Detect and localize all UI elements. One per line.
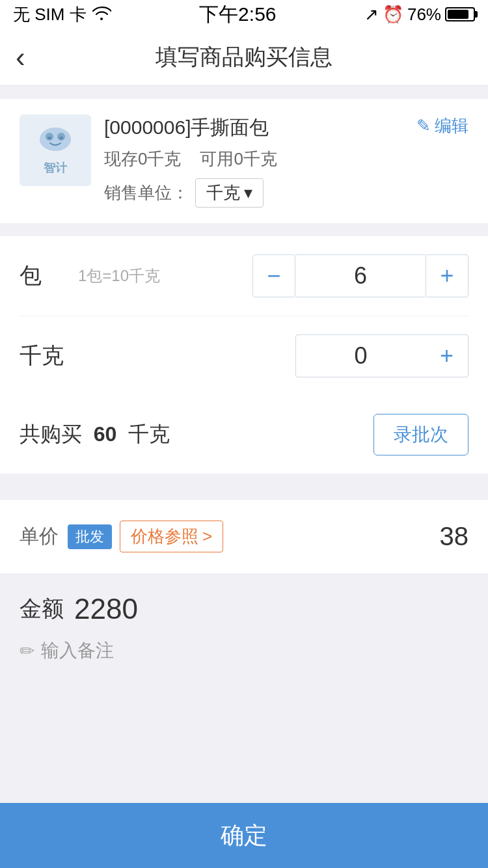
product-stock: 现存0千克 可用0千克: [104, 148, 468, 170]
svg-point-0: [40, 128, 71, 151]
amount-row: 金额 2280: [20, 593, 468, 625]
amount-section: 金额 2280 ✏ 输入备注: [0, 573, 488, 676]
note-row[interactable]: ✏ 输入备注: [20, 638, 468, 676]
battery-icon: [445, 7, 475, 21]
chevron-right-icon: >: [202, 526, 212, 547]
kg-input-row: 千克 +: [20, 316, 468, 396]
total-qty: 60: [94, 422, 117, 446]
back-button[interactable]: ‹: [16, 43, 25, 72]
product-name: [0000006]手撕面包: [104, 115, 468, 141]
unit-select[interactable]: 千克 ▾: [195, 178, 264, 208]
status-bar: 无 SIM 卡 下午2:56 ↗ ⏰ 76%: [0, 0, 488, 29]
price-label: 单价: [20, 523, 59, 550]
status-carrier: 无 SIM 卡: [13, 3, 111, 26]
product-info: [0000006]手撕面包 现存0千克 可用0千克 销售单位： 千克 ▾: [104, 115, 468, 208]
location-icon: ↗: [364, 5, 379, 25]
product-unit-row: 销售单位： 千克 ▾: [104, 178, 468, 208]
package-input-row: 包 1包=10千克 − +: [20, 236, 468, 316]
product-card: 智计 [0000006]手撕面包 现存0千克 可用0千克 销售单位： 千克 ▾ …: [0, 99, 488, 223]
package-increment-button[interactable]: +: [426, 254, 468, 297]
price-section: 单价 批发 价格参照 > 38: [0, 500, 488, 573]
svg-point-4: [59, 137, 63, 139]
battery-percent: 76%: [407, 5, 441, 25]
svg-point-3: [47, 137, 51, 139]
status-right: ↗ ⏰ 76%: [364, 5, 475, 25]
package-label: 包: [20, 261, 72, 291]
kg-qty-input[interactable]: [295, 334, 426, 377]
section-divider-2: [0, 474, 488, 487]
kg-label: 千克: [20, 341, 72, 371]
status-time: 下午2:56: [199, 1, 276, 28]
package-decrement-button[interactable]: −: [252, 254, 295, 297]
input-section: 包 1包=10千克 − + 千克 +: [0, 236, 488, 396]
product-thumbnail: 智计: [20, 115, 91, 186]
price-type-tag: 批发: [68, 524, 112, 549]
package-qty-input[interactable]: [295, 254, 426, 297]
section-divider-1: [0, 223, 488, 236]
nav-bar: ‹ 填写商品购买信息: [0, 29, 488, 86]
amount-value: 2280: [74, 593, 138, 625]
unit-label: 销售单位：: [104, 182, 189, 204]
confirm-button[interactable]: 确定: [221, 820, 267, 852]
package-hint: 1包=10千克: [78, 265, 252, 286]
kg-qty-control: +: [295, 334, 468, 377]
total-text: 共购买 60 千克: [20, 420, 170, 449]
price-row: 单价 批发 价格参照 > 38: [20, 521, 468, 552]
wifi-icon: [92, 5, 111, 25]
dropdown-arrow-icon: ▾: [244, 183, 252, 203]
total-section: 共购买 60 千克 录批次: [0, 396, 488, 474]
stock-value: 现存0千克: [104, 149, 181, 169]
edit-button[interactable]: ✎ 编辑: [416, 115, 468, 137]
amount-label: 金额: [20, 594, 64, 624]
confirm-bar[interactable]: 确定: [0, 803, 488, 868]
kg-increment-button[interactable]: +: [426, 334, 468, 377]
price-value: 38: [440, 522, 469, 551]
edit-icon: ✎: [416, 116, 431, 136]
pencil-icon: ✏: [20, 640, 34, 662]
batch-button[interactable]: 录批次: [373, 414, 468, 455]
package-qty-control: − +: [252, 254, 468, 297]
note-label: 输入备注: [41, 638, 114, 663]
page-title: 填写商品购买信息: [156, 42, 332, 72]
price-reference-button[interactable]: 价格参照 >: [120, 521, 223, 552]
alarm-icon: ⏰: [383, 5, 403, 25]
available-value: 可用0千克: [200, 149, 277, 169]
